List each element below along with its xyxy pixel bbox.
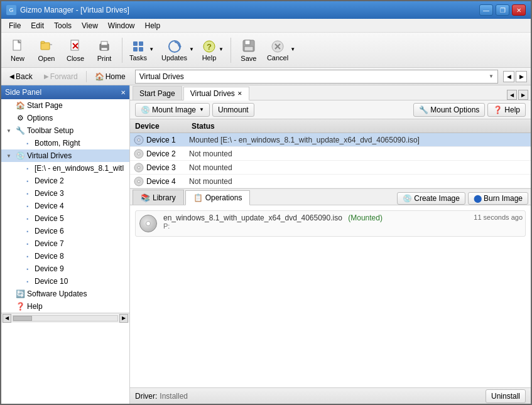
save-button[interactable]: Save bbox=[235, 35, 263, 66]
sidebar-item-device5[interactable]: ▪ Device 5 bbox=[1, 212, 129, 225]
sidebar-item-virtual-drives[interactable]: ▼ 💿 Virtual Drives bbox=[1, 149, 129, 162]
menu-view[interactable]: View bbox=[77, 20, 103, 31]
new-button[interactable]: New bbox=[4, 35, 31, 66]
content-area: Start Page Virtual Drives ✕ ◀ ▶ 💿 Moun bbox=[130, 85, 531, 404]
close-toolbar-button[interactable]: Close bbox=[62, 35, 89, 66]
device-row-4[interactable]: Device 4 Not mounted bbox=[130, 175, 531, 188]
sidebar-item-device8[interactable]: ▪ Device 8 bbox=[1, 250, 129, 262]
virtual-drives-tab-close[interactable]: ✕ bbox=[237, 90, 242, 97]
sidebar-item-options[interactable]: ⚙ Options bbox=[1, 112, 129, 124]
sidebar-item-device2[interactable]: ▪ Device 2 bbox=[1, 175, 129, 187]
close-window-button[interactable]: ✕ bbox=[512, 4, 526, 16]
tab-library[interactable]: 📚 Library bbox=[133, 190, 184, 205]
device-row-3[interactable]: Device 3 Not mounted bbox=[130, 161, 531, 175]
updates-button[interactable]: Updates ▼ bbox=[158, 35, 197, 66]
back-arrow-icon: ◀ bbox=[9, 73, 14, 80]
sidebar-item-device3[interactable]: ▪ Device 3 bbox=[1, 187, 129, 200]
tab-navigation: ◀ ▶ bbox=[503, 71, 527, 82]
device1-status: Mounted [E:\ - en_windows_8.1_with_updat… bbox=[189, 136, 531, 144]
restore-button[interactable]: ❐ bbox=[496, 4, 509, 16]
start-page-label: Start Page bbox=[27, 101, 63, 110]
svg-point-34 bbox=[138, 180, 140, 183]
options-label: Options bbox=[27, 114, 53, 122]
sidebar-item-device4[interactable]: ▪ Device 4 bbox=[1, 200, 129, 212]
vd-action-toolbar: 💿 Mount Image ▼ Unmount 🔧 Mount Options … bbox=[130, 100, 531, 119]
tasks-button[interactable]: Tasks ▼ bbox=[126, 35, 157, 66]
tab-start-page[interactable]: Start Page bbox=[133, 86, 182, 100]
menu-edit[interactable]: Edit bbox=[26, 20, 49, 31]
mount-image-button[interactable]: 💿 Mount Image ▼ bbox=[135, 103, 210, 117]
tab-virtual-drives[interactable]: Virtual Drives ✕ bbox=[183, 87, 249, 100]
tab-nav-controls: ◀ ▶ bbox=[507, 90, 528, 100]
device3-name: Device 3 bbox=[145, 163, 189, 172]
device-row-2[interactable]: Device 2 Not mounted bbox=[130, 147, 531, 161]
updates-icon bbox=[167, 39, 182, 54]
home-button[interactable]: 🏠 Home bbox=[90, 70, 130, 83]
device2-name: Device 2 bbox=[145, 149, 189, 158]
op-drive: P: bbox=[163, 222, 469, 230]
virtual-drives-icon: 💿 bbox=[15, 151, 25, 161]
mount-image-dropdown[interactable]: ▼ bbox=[199, 107, 204, 112]
software-updates-label: Software Updates bbox=[27, 289, 87, 298]
driver-status: Driver: Installed bbox=[135, 392, 188, 401]
svg-text:?: ? bbox=[207, 42, 212, 51]
menu-file[interactable]: File bbox=[4, 20, 26, 31]
sidebar-item-device7[interactable]: ▪ Device 7 bbox=[1, 237, 129, 250]
help-button[interactable]: ? Help ▼ bbox=[198, 35, 227, 66]
sidebar-item-toolbar-setup[interactable]: ▼ 🔧 Toolbar Setup bbox=[1, 124, 129, 137]
sidebar-item-en-windows[interactable]: ▪ [E:\ - en_windows_8.1_witl bbox=[1, 162, 129, 175]
side-panel-close-button[interactable]: ✕ bbox=[121, 89, 126, 96]
svg-rect-22 bbox=[245, 40, 250, 45]
unmount-button[interactable]: Unmount bbox=[212, 103, 254, 117]
sidebar-item-start-page[interactable]: 🏠 Start Page bbox=[1, 99, 129, 112]
sidebar-item-device6[interactable]: ▪ Device 6 bbox=[1, 225, 129, 237]
menu-help[interactable]: Help bbox=[140, 20, 166, 31]
op-disc-icon bbox=[138, 213, 158, 234]
mount-options-button[interactable]: 🔧 Mount Options bbox=[413, 103, 485, 117]
device3-label: Device 3 bbox=[35, 189, 64, 198]
sidebar-item-device10[interactable]: ▪ Device 10 bbox=[1, 275, 129, 288]
tab-operations[interactable]: 📋 Operations bbox=[185, 190, 251, 205]
side-panel-header: Side Panel ✕ bbox=[1, 85, 129, 99]
bottom-right-label: Bottom, Right bbox=[35, 139, 80, 148]
toolbar: New Open Close Print Tas bbox=[1, 33, 531, 68]
burn-image-button[interactable]: ⬤ Burn Image bbox=[468, 192, 528, 205]
prev-content-tab-button[interactable]: ◀ bbox=[507, 90, 517, 100]
sidebar-item-bottom-right[interactable]: ▪ Bottom, Right bbox=[1, 137, 129, 149]
uninstall-button[interactable]: Uninstall bbox=[486, 389, 526, 403]
sidebar-item-help[interactable]: ❓ Help bbox=[1, 300, 129, 313]
forward-button[interactable]: ▶ Forward bbox=[40, 70, 82, 83]
vd-help-button[interactable]: ❓ Help bbox=[487, 103, 526, 117]
back-button[interactable]: ◀ Back bbox=[5, 70, 37, 83]
sidebar-item-software-updates[interactable]: 🔄 Software Updates bbox=[1, 288, 129, 300]
device-row-1[interactable]: Device 1 Mounted [E:\ - en_windows_8.1_w… bbox=[130, 133, 531, 147]
address-bar[interactable]: Virtual Drives ▼ bbox=[135, 70, 498, 84]
menu-tools[interactable]: Tools bbox=[49, 20, 77, 31]
device4-label: Device 4 bbox=[35, 202, 64, 210]
prev-tab-button[interactable]: ◀ bbox=[503, 71, 514, 82]
menu-window[interactable]: Window bbox=[103, 20, 140, 31]
scroll-right-button[interactable]: ▶ bbox=[119, 314, 128, 323]
svg-rect-5 bbox=[41, 41, 45, 43]
next-tab-button[interactable]: ▶ bbox=[516, 71, 527, 82]
print-button[interactable]: Print bbox=[90, 35, 118, 66]
cancel-button[interactable]: Cancel ▼ bbox=[264, 35, 298, 66]
driver-status-value: Installed bbox=[160, 392, 188, 401]
minimize-button[interactable]: — bbox=[479, 4, 493, 16]
device-col-header: Device bbox=[130, 122, 187, 131]
address-dropdown-arrow[interactable]: ▼ bbox=[489, 73, 494, 79]
back-label: Back bbox=[16, 72, 33, 81]
burn-image-radio: ⬤ bbox=[474, 194, 482, 203]
library-tab-icon: 📚 bbox=[141, 193, 150, 202]
scroll-left-button[interactable]: ◀ bbox=[3, 314, 11, 323]
device9-label: Device 9 bbox=[35, 264, 64, 273]
create-image-button[interactable]: 💿 Create Image bbox=[397, 192, 465, 205]
open-button[interactable]: Open bbox=[33, 35, 60, 66]
next-content-tab-button[interactable]: ▶ bbox=[518, 90, 528, 100]
devices-table: Device Status Device 1 Mounted [E:\ - en… bbox=[130, 119, 531, 189]
uninstall-label: Uninstall bbox=[491, 392, 520, 401]
scroll-track[interactable] bbox=[13, 315, 118, 321]
nav-separator bbox=[86, 71, 87, 82]
device4-icon: ▪ bbox=[23, 201, 33, 211]
sidebar-item-device9[interactable]: ▪ Device 9 bbox=[1, 262, 129, 275]
